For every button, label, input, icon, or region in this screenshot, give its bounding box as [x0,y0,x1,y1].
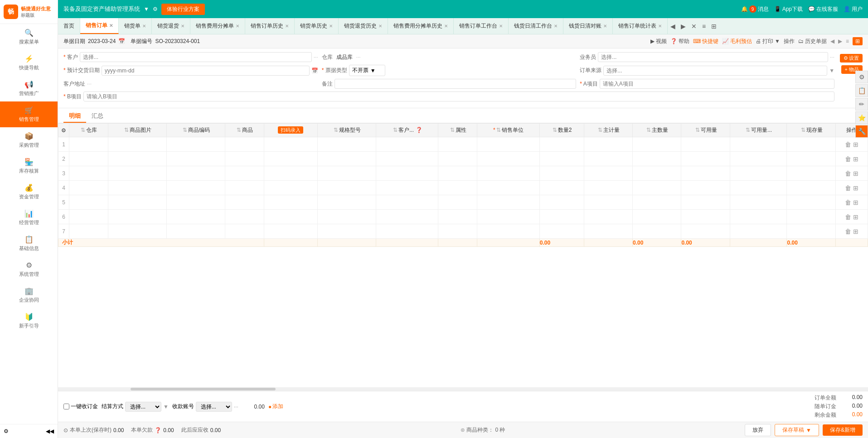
tab-daily-workbench-close[interactable]: ✕ [554,24,558,29]
cell-customer-code[interactable] [376,166,438,181]
cell-main-unit[interactable] [584,224,632,239]
system-title-dropdown[interactable]: ▼ [144,6,149,12]
prev-record-btn[interactable]: ◀ [830,38,834,44]
cell-available[interactable] [681,210,730,224]
tab-sales-goods-close[interactable]: ✕ [142,24,146,29]
cell-warehouse[interactable] [69,210,108,224]
tab-close-btn[interactable]: ✕ [689,23,699,30]
cell-product-code[interactable] [166,181,225,195]
app-download-btn[interactable]: 📱 App下载 [774,5,803,13]
cell-product-img[interactable] [108,166,166,181]
tab-sales-expense-close[interactable]: ✕ [236,24,239,29]
cell-available[interactable] [681,181,730,195]
ops-btn[interactable]: 操作 [784,38,795,45]
tab-order-history[interactable]: 销售订单历史 ✕ [245,18,295,34]
cell-customer-code[interactable] [376,224,438,239]
cell-stock[interactable] [787,166,835,181]
warehouse-dots[interactable]: ··· [356,54,361,60]
tab-daily-reconcile[interactable]: 钱货日清对账 ✕ [563,18,613,34]
cell-available2[interactable] [730,210,787,224]
sidebar-item-quicknav[interactable]: ⚡ 快捷导航 [0,50,58,76]
cell-attribute[interactable] [438,181,477,195]
cell-spec[interactable] [318,181,376,195]
view-btn[interactable]: ▶ 视频 [650,38,667,45]
cell-sales-unit[interactable] [477,166,540,181]
cell-main-unit[interactable] [584,195,632,210]
profit-btn[interactable]: 📈 毛利预估 [722,38,752,45]
customer-input[interactable] [80,52,312,62]
tab-goods-history-close[interactable]: ✕ [329,24,333,29]
calendar-icon[interactable]: 📅 [118,38,125,44]
cell-main-unit[interactable] [584,181,632,195]
tab-stats-close[interactable]: ✕ [658,24,662,29]
cell-spec[interactable] [318,224,376,239]
cell-main-unit[interactable] [584,166,632,181]
tab-next-btn[interactable]: ▶ [678,23,689,30]
cell-product[interactable] [225,166,264,181]
copy-icon[interactable]: ⊞ [853,228,858,235]
customer-dots[interactable]: ··· [314,54,318,60]
cell-customer-code[interactable] [376,210,438,224]
cell-qty2[interactable] [539,181,584,195]
cell-product-img[interactable] [108,181,166,195]
delete-icon[interactable]: 🗑 [845,199,851,206]
copy-icon[interactable]: ⊞ [853,199,858,206]
cell-qty2[interactable] [539,166,584,181]
cell-main-unit[interactable] [584,152,632,166]
sidebar-item-sales[interactable]: 🛒 销售管理 [0,101,58,127]
cell-customer-code[interactable] [376,181,438,195]
salesperson-dots[interactable]: ··· [830,54,834,60]
cell-stock[interactable] [787,224,835,239]
account-select[interactable]: 选择... [196,402,232,412]
cell-product-img[interactable] [108,210,166,224]
cell-available2[interactable] [730,166,787,181]
sidebar-item-guide[interactable]: 🔰 新手引导 [0,308,58,334]
sidebar-item-basic[interactable]: 📋 基础信息 [0,231,58,256]
copy-icon[interactable]: ⊞ [853,184,858,192]
delivery-date-input[interactable] [102,66,310,76]
tab-sales-goods[interactable]: 销货单 ✕ [119,18,152,34]
cell-stock[interactable] [787,181,835,195]
help-btn[interactable]: ❓ 帮助 [670,38,689,45]
history-btn[interactable]: 🗂 历史单据 [798,38,827,45]
cell-qty2[interactable] [539,195,584,210]
cell-available[interactable] [681,166,730,181]
user-avatar[interactable]: 👤 用户 [844,5,863,13]
cell-main-qty[interactable] [632,152,681,166]
tab-expand-btn[interactable]: ⊞ [708,23,719,30]
copy-icon[interactable]: ⊞ [853,170,858,177]
cell-product-code[interactable] [166,166,225,181]
cell-sales-unit[interactable] [477,152,540,166]
cell-main-qty[interactable] [632,210,681,224]
cell-spec[interactable] [318,195,376,210]
print-btn[interactable]: 🖨 打印 ▼ [756,38,780,45]
copy-icon[interactable]: ⊞ [853,141,858,148]
cell-main-unit[interactable] [584,137,632,152]
discard-button[interactable]: 放弃 [745,424,771,436]
cell-sales-unit[interactable] [477,210,540,224]
tab-expense-history-close[interactable]: ✕ [444,24,448,29]
note-input[interactable] [335,79,577,89]
salesperson-input[interactable] [598,52,828,62]
copy-icon[interactable]: ⊞ [853,213,858,221]
cell-qty2[interactable] [539,137,584,152]
col-settings[interactable]: ⚙ [58,124,69,137]
tab-return-history-close[interactable]: ✕ [378,24,382,29]
payment-method-select[interactable]: 选择... [125,402,161,412]
cell-qty2[interactable] [539,152,584,166]
cell-attribute[interactable] [438,195,477,210]
cell-sales-unit[interactable] [477,224,540,239]
tab-sales-return-close[interactable]: ✕ [181,24,184,29]
scan-button[interactable]: 扫码录入 [278,126,303,134]
cell-product[interactable] [225,181,264,195]
tab-sales-order-close[interactable]: ✕ [109,23,113,28]
horizontal-scrollbar[interactable] [58,387,868,391]
delete-icon[interactable]: 🗑 [845,213,851,221]
right-panel-btn-5[interactable]: 🔧 [855,125,868,138]
cell-spec[interactable] [318,152,376,166]
cell-attribute[interactable] [438,210,477,224]
cell-main-qty[interactable] [632,166,681,181]
cell-stock[interactable] [787,195,835,210]
a-project-input[interactable] [600,79,834,89]
right-panel-btn-1[interactable]: ⚙ [855,71,868,83]
